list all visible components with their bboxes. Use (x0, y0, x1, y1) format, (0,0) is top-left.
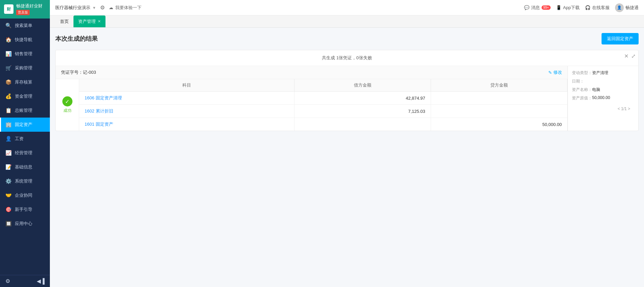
sidebar-item-guide[interactable]: 🎯 新手引导 (0, 202, 50, 217)
voucher-table: 科目 借方金额 贷方金额 1606 固定资产清理 42,874.97 (79, 79, 568, 131)
voucher-info-panel: 变动类型： 资产清理 日期： 资产名称： 电脑 资产原值： 50,000.00 (568, 66, 638, 131)
sidebar-item-sales[interactable]: 📊 销售管理 (0, 47, 50, 61)
payroll-icon: 👤 (5, 136, 11, 142)
sidebar-item-label: 系统管理 (15, 178, 32, 184)
inventory-icon: 📦 (5, 79, 11, 85)
sidebar-bottom: ⚙ ◀▐ (0, 275, 50, 287)
sidebar-item-payroll[interactable]: 👤 工资 (0, 132, 50, 146)
voucher-section: 凭证字号：记-003 ✎ 修改 ✓ 成功 (56, 66, 638, 131)
sidebar-item-label: 工资 (15, 136, 24, 142)
sidebar-item-label: 经营管理 (15, 150, 32, 156)
collapse-icon[interactable]: ◀▐ (37, 278, 44, 284)
tab-asset-management[interactable]: 资产管理 ✕ (73, 15, 105, 27)
message-badge: 99+ (542, 5, 551, 10)
sidebar-nav: 🔍 搜索菜单 🏠 快捷导航 📊 销售管理 🛒 采购管理 📦 库存核算 💰 资金管… (0, 19, 50, 275)
date-row: 日期： (572, 78, 634, 84)
edit-icon: ✎ (548, 70, 552, 75)
headset-icon: 🎧 (585, 5, 590, 10)
sidebar-item-finance[interactable]: 💰 资金管理 (0, 89, 50, 103)
finance-icon: 💰 (5, 93, 11, 99)
sidebar-item-search[interactable]: 🔍 搜索菜单 (0, 19, 50, 33)
sidebar-item-system[interactable]: ⚙️ 系统管理 (0, 174, 50, 188)
sidebar-item-app-center[interactable]: 🔲 应用中心 (0, 217, 50, 231)
back-to-fixed-assets-button[interactable]: 返回固定资产 (602, 33, 639, 44)
fixed-assets-icon: 🏢 (5, 122, 11, 128)
dropdown-arrow-icon: ▼ (92, 6, 96, 10)
app-logo: 财 畅捷通好业财 普及版 (0, 0, 50, 19)
system-icon: ⚙️ (5, 178, 11, 184)
app-center-icon: 🔲 (5, 221, 11, 227)
ledger-icon: 📋 (5, 107, 11, 114)
asset-value-row: 资产原值： 50,000.00 (572, 95, 634, 101)
basic-info-icon: 📝 (5, 164, 11, 170)
sidebar-item-quick-nav[interactable]: 🏠 快捷导航 (0, 33, 50, 47)
expand-panel-button[interactable]: ⤢ (631, 53, 636, 59)
sidebar-item-label: 采购管理 (15, 65, 32, 71)
topbar-left: 医疗器械行业演示 ▼ ⚙ ☁ 我要体验一下 (55, 4, 142, 11)
cooperation-icon: 🤝 (5, 192, 11, 198)
table-row: 1602 累计折旧 7,125.03 (79, 105, 568, 118)
avatar: 👤 (615, 3, 624, 12)
message-button[interactable]: 💬 消息 99+ (524, 5, 551, 11)
change-type-value: 资产清理 (592, 70, 608, 76)
phone-icon: 📱 (556, 5, 561, 10)
sidebar-item-label: 库存核算 (15, 79, 32, 85)
settings-icon[interactable]: ⚙ (100, 4, 105, 11)
sidebar-item-label: 企业协同 (15, 192, 32, 198)
sidebar-item-cooperation[interactable]: 🤝 企业协同 (0, 188, 50, 202)
debit-amount: 42,874.97 (294, 92, 431, 105)
company-selector[interactable]: 医疗器械行业演示 ▼ (55, 5, 96, 11)
account-link[interactable]: 1601 固定资产 (85, 122, 113, 127)
sidebar-item-fixed-assets[interactable]: 🏢 固定资产 (0, 118, 50, 132)
app-version: 普及版 (16, 10, 30, 15)
guide-icon: 🎯 (5, 206, 11, 213)
sidebar-item-label: 应用中心 (15, 221, 32, 227)
page-title: 本次生成的结果 (55, 35, 98, 43)
online-service-button[interactable]: 🎧 在线客服 (585, 5, 610, 11)
message-icon: 💬 (524, 5, 529, 10)
cloud-icon: ☁ (109, 5, 113, 10)
tab-close-icon[interactable]: ✕ (98, 19, 101, 24)
close-panel-button[interactable]: ✕ (624, 53, 628, 59)
change-type-label: 变动类型： (572, 70, 592, 76)
topbar-right: 💬 消息 99+ 📱 App下载 🎧 在线客服 👤 畅捷通 (524, 3, 639, 12)
sidebar-item-label: 快捷导航 (15, 37, 32, 43)
tabbar: 首页 资产管理 ✕ (50, 15, 644, 28)
edit-button[interactable]: ✎ 修改 (548, 69, 562, 75)
sidebar-item-label: 资金管理 (15, 93, 32, 99)
success-icon: ✓ (62, 96, 72, 106)
sidebar-item-label: 新手引导 (15, 206, 32, 213)
debit-amount (294, 118, 431, 131)
col-account: 科目 (79, 79, 294, 92)
sidebar-item-purchase[interactable]: 🛒 采购管理 (0, 61, 50, 75)
voucher-table-area: ✓ 成功 科目 借方金额 贷方金额 (56, 79, 568, 131)
pagination[interactable]: < 1/1 > (572, 104, 634, 114)
purchase-icon: 🛒 (5, 65, 11, 71)
gear-icon[interactable]: ⚙ (5, 278, 10, 284)
search-icon: 🔍 (5, 23, 11, 29)
app-download-button[interactable]: 📱 App下载 (556, 5, 580, 11)
topbar: 医疗器械行业演示 ▼ ⚙ ☁ 我要体验一下 💬 消息 99+ 📱 App下载 🎧… (50, 0, 644, 15)
account-link[interactable]: 1606 固定资产清理 (85, 95, 122, 100)
account-link[interactable]: 1602 累计折旧 (85, 108, 113, 114)
content-area: 本次生成的结果 返回固定资产 ✕ ⤢ 共生成 1张凭证，0张失败 凭证字号：记-… (50, 28, 644, 287)
asset-name-label: 资产名称： (572, 87, 592, 93)
user-menu[interactable]: 👤 畅捷通 (615, 3, 639, 12)
asset-value-value: 50,000.00 (592, 95, 610, 101)
sidebar-item-basic-info[interactable]: 📝 基础信息 (0, 160, 50, 174)
sidebar-item-label: 销售管理 (15, 51, 32, 57)
change-type-row: 变动类型： 资产清理 (572, 70, 634, 76)
sidebar-item-ledger[interactable]: 📋 总账管理 (0, 103, 50, 118)
sidebar-item-label: 固定资产 (15, 122, 32, 128)
tab-home[interactable]: 首页 (55, 15, 73, 27)
main-area: 医疗器械行业演示 ▼ ⚙ ☁ 我要体验一下 💬 消息 99+ 📱 App下载 🎧… (50, 0, 644, 287)
sidebar: 财 畅捷通好业财 普及版 🔍 搜索菜单 🏠 快捷导航 📊 销售管理 🛒 采购管理… (0, 0, 50, 287)
voucher-header: 凭证字号：记-003 ✎ 修改 (56, 66, 568, 79)
voucher-table-wrapper: 科目 借方金额 贷方金额 1606 固定资产清理 42,874.97 (79, 79, 568, 131)
experience-button[interactable]: ☁ 我要体验一下 (109, 5, 142, 11)
table-row: 1606 固定资产清理 42,874.97 (79, 92, 568, 105)
logo-icon: 财 (4, 4, 13, 14)
sidebar-item-inventory[interactable]: 📦 库存核算 (0, 75, 50, 89)
sidebar-item-label: 基础信息 (15, 164, 32, 170)
sidebar-item-operations[interactable]: 📈 经营管理 (0, 146, 50, 160)
